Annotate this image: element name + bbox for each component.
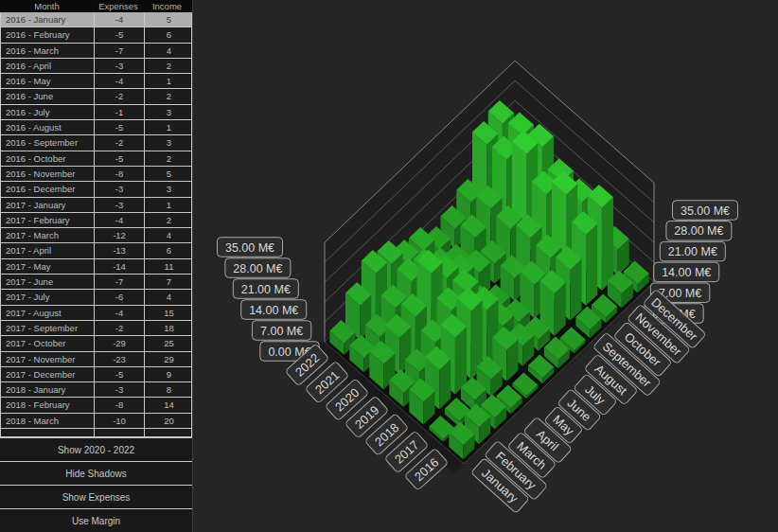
- table-cell-month: 2016 - February: [1, 27, 94, 42]
- value-axis-label-left-text: 7.00 M€: [260, 325, 303, 338]
- table-cell-income: 2: [145, 59, 192, 73]
- value-axis-label-left: 28.00 M€: [225, 258, 291, 278]
- value-axis-label-right-text: 28.00 M€: [674, 224, 723, 238]
- table-cell-month: 2016 - November: [1, 167, 94, 181]
- table-cell-income: 2: [145, 151, 192, 166]
- table-cell-expenses: -3: [95, 382, 144, 397]
- table-cell-empty: [145, 429, 192, 437]
- table-cell-income: 1: [145, 198, 192, 212]
- table-cell-month: 2016 - January: [1, 12, 94, 27]
- table-cell-month: 2017 - December: [1, 367, 94, 381]
- value-axis-label-right: 35.00 M€: [673, 201, 738, 221]
- table-cell-month: 2016 - July: [1, 105, 94, 119]
- table-cell-month: 2017 - January: [1, 198, 94, 212]
- table-cell-month: 2016 - April: [1, 59, 94, 73]
- button-column: Show 2020 - 2022Hide ShadowsShow Expense…: [0, 437, 192, 532]
- bar-face-right: [570, 258, 581, 321]
- table-cell-expenses: -8: [95, 398, 144, 412]
- table-cell-income: 3: [145, 182, 192, 196]
- column-header-income: Income: [143, 1, 191, 11]
- table-cell-income: 6: [145, 243, 192, 257]
- table-cell-income: 11: [145, 259, 192, 274]
- table-cell-expenses: -3: [95, 59, 144, 73]
- bar3d-chart[interactable]: 0.00 M€0.00 M€7.00 M€7.00 M€14.00 M€14.0…: [193, 0, 778, 532]
- table-cell-income: 9: [145, 367, 192, 381]
- column-header-expenses: Expenses: [94, 1, 143, 11]
- table-header: Month Expenses Income: [0, 0, 192, 12]
- column-header-month: Month: [0, 1, 94, 11]
- table-cell-month: 2018 - January: [1, 382, 94, 397]
- value-axis-label-left: 35.00 M€: [218, 238, 283, 257]
- table-cell-income: 20: [145, 414, 192, 428]
- data-panel: Month Expenses Income 2016 - January-452…: [0, 0, 193, 532]
- use-margin-button[interactable]: Use Margin: [0, 508, 192, 532]
- table-cell-expenses: -2: [95, 89, 144, 103]
- hide-shadows-button[interactable]: Hide Shadows: [0, 461, 192, 485]
- table-cell-expenses: -5: [95, 151, 144, 166]
- table-cell-month: 2017 - May: [1, 259, 94, 274]
- table-cell-income: 8: [145, 382, 192, 397]
- table-cell-income: 18: [145, 321, 192, 335]
- bar-face-right: [586, 223, 597, 305]
- table-cell-income: 3: [145, 105, 192, 119]
- value-axis-label-right: 28.00 M€: [666, 222, 732, 241]
- value-axis-label-left-text: 28.00 M€: [233, 262, 282, 275]
- table-cell-expenses: -7: [95, 275, 144, 289]
- table-cell-income: 7: [145, 275, 192, 289]
- table-cell-month: 2016 - October: [1, 151, 94, 166]
- show-expenses-button[interactable]: Show Expenses: [0, 485, 192, 508]
- table-cell-expenses: -3: [95, 182, 144, 196]
- table-cell-expenses: -12: [95, 228, 144, 242]
- table-cell-income: 14: [145, 398, 192, 412]
- table-cell-month: 2018 - March: [1, 414, 94, 428]
- table-cell-expenses: -10: [95, 414, 144, 428]
- value-axis-label-left: 14.00 M€: [241, 300, 307, 320]
- table-cell-expenses: -2: [95, 135, 144, 150]
- value-axis-label-right-text: 35.00 M€: [681, 204, 730, 218]
- table-cell-month: 2016 - August: [1, 120, 94, 134]
- table-cell-income: 1: [145, 120, 192, 134]
- show-2020-2022-button[interactable]: Show 2020 - 2022: [0, 437, 192, 461]
- table-cell-expenses: -8: [95, 167, 144, 181]
- table-cell-month: 2016 - June: [1, 89, 94, 103]
- table-cell-month: 2016 - March: [1, 44, 94, 58]
- table-cell-month: 2017 - June: [1, 275, 94, 289]
- table-cell-income: 2: [145, 213, 192, 227]
- table-cell-income: 4: [145, 228, 192, 242]
- table-cell-empty: [95, 429, 144, 437]
- table-cell-expenses: -2: [95, 321, 144, 335]
- table-cell-month: 2017 - March: [1, 228, 94, 242]
- value-axis-label-right: 14.00 M€: [654, 262, 719, 282]
- table-cell-month: 2017 - July: [1, 290, 94, 304]
- table-cell-expenses: -4: [95, 306, 144, 320]
- table-cell-month: 2016 - May: [1, 74, 94, 88]
- table-cell-income: 3: [145, 135, 192, 150]
- table-cell-income: 5: [145, 167, 192, 181]
- chart-area: 0.00 M€0.00 M€7.00 M€7.00 M€14.00 M€14.0…: [193, 0, 778, 532]
- table-cell-expenses: -6: [95, 290, 144, 304]
- value-axis-label-right-text: 14.00 M€: [662, 266, 711, 279]
- table-cell-expenses: -29: [95, 336, 144, 350]
- table-cell-income: 2: [145, 89, 192, 103]
- table-cell-expenses: -5: [95, 120, 144, 134]
- table-cell-expenses: -7: [95, 44, 144, 58]
- table-cell-expenses: -4: [95, 74, 144, 88]
- table-cell-expenses: -3: [95, 198, 144, 212]
- bar-face-right: [602, 197, 613, 290]
- table-cell-month: 2017 - September: [1, 321, 94, 335]
- table-cell-income: 5: [145, 12, 192, 27]
- value-axis-label-right-text: 21.00 M€: [668, 245, 717, 258]
- value-axis-label-left: 21.00 M€: [233, 279, 298, 299]
- table-cell-expenses: -5: [95, 367, 144, 381]
- table-cell-empty: [1, 429, 94, 437]
- table-cell-expenses: -4: [95, 213, 144, 227]
- value-axis-label-left: 7.00 M€: [252, 321, 310, 341]
- table-cell-income: 4: [145, 44, 192, 58]
- table-cell-expenses: -5: [95, 27, 144, 42]
- table-cell-month: 2017 - October: [1, 336, 94, 350]
- table-cell-income: 4: [145, 290, 192, 304]
- income-expenses-table: 2016 - January-452016 - February-562016 …: [0, 12, 192, 437]
- table-cell-month: 2016 - September: [1, 135, 94, 150]
- value-axis-label-left-text: 21.00 M€: [241, 283, 291, 296]
- value-axis-label-left-text: 14.00 M€: [249, 304, 298, 317]
